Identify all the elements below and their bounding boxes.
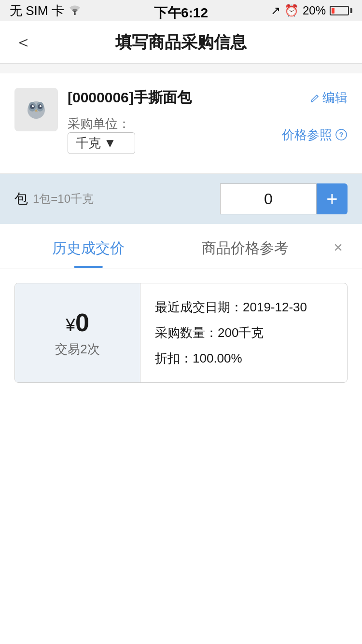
product-header: [0000006]手撕面包 编辑 采购单位： 千克 ▼ (14, 88, 348, 154)
dropdown-arrow: ▼ (104, 136, 116, 151)
tab-history-label: 历史成交价 (52, 240, 125, 256)
edit-button[interactable]: 编辑 (310, 89, 348, 106)
back-button[interactable]: ＜ (14, 30, 32, 54)
svg-point-6 (32, 105, 34, 107)
main-content: [0000006]手撕面包 编辑 采购单位： 千克 ▼ (0, 73, 362, 644)
edit-label: 编辑 (322, 89, 348, 106)
unit-row: 采购单位： 千克 ▼ 价格参照 ? (68, 115, 348, 154)
location-icon: ↗ (271, 4, 280, 17)
tab-reference[interactable]: 商品价格参考 (167, 227, 324, 268)
discount-row: 折扣：100.00% (155, 349, 333, 368)
alarm-icon: ⏰ (284, 4, 299, 17)
page-title: 填写商品采购信息 (115, 31, 247, 54)
svg-text:?: ? (339, 131, 344, 139)
tab-active-indicator (74, 266, 103, 268)
status-bar: 无 SIM 卡 下午6:12 ↗ ⏰ 20% (0, 0, 362, 21)
quantity-unit-label: 包 (14, 190, 28, 208)
tab-reference-label: 商品价格参考 (202, 240, 289, 256)
discount-value: 100.00% (193, 351, 242, 365)
nav-bar: ＜ 填写商品采购信息 (0, 21, 362, 64)
battery-icon (330, 6, 352, 15)
quantity-section: 包 1包=10千克 0 + (0, 173, 362, 224)
product-section: [0000006]手撕面包 编辑 采购单位： 千克 ▼ (0, 73, 362, 173)
product-info: [0000006]手撕面包 编辑 采购单位： 千克 ▼ (68, 88, 348, 154)
quantity-value: 0 (264, 190, 273, 208)
status-time: 下午6:12 (154, 4, 208, 22)
product-logo (14, 88, 58, 131)
unit-label-group: 采购单位： 千克 ▼ (68, 115, 135, 154)
recent-date-value: 2019-12-30 (243, 300, 307, 314)
discount-label: 折扣： (155, 351, 193, 365)
price-ref-label: 价格参照 (282, 126, 332, 143)
svg-point-0 (74, 13, 76, 15)
purchase-quantity-label: 采购数量： (155, 325, 218, 340)
trade-count: 交易2次 (55, 341, 99, 358)
unit-value: 千克 (76, 135, 101, 152)
price-card: ¥0 交易2次 最近成交日期：2019-12-30 采购数量：200千克 折扣：… (14, 283, 348, 383)
currency-symbol: ¥ (66, 315, 75, 335)
status-left: 无 SIM 卡 (10, 2, 82, 19)
price-right: 最近成交日期：2019-12-30 采购数量：200千克 折扣：100.00% (140, 283, 347, 382)
purchase-quantity-row: 采购数量：200千克 (155, 323, 333, 342)
quantity-controls: 0 + (220, 183, 348, 214)
unit-select[interactable]: 千克 ▼ (68, 132, 135, 154)
tab-close-button[interactable]: × (324, 238, 352, 256)
product-name-row: [0000006]手撕面包 编辑 (68, 88, 348, 108)
purchase-quantity-value: 200千克 (218, 325, 264, 340)
recent-date-label: 最近成交日期： (155, 300, 243, 314)
quantity-conversion: 1包=10千克 (33, 191, 94, 207)
unit-label: 采购单位： (68, 116, 130, 131)
quantity-plus-button[interactable]: + (317, 183, 348, 214)
carrier-text: 无 SIM 卡 (10, 2, 64, 19)
tab-history[interactable]: 历史成交价 (10, 227, 167, 268)
quantity-input[interactable]: 0 (220, 183, 317, 214)
tab-section: 历史成交价 商品价格参考 × ¥0 交易2次 最近成交日期：2019-12-3 (0, 227, 362, 383)
product-name: [0000006]手撕面包 (68, 88, 192, 108)
recent-date-row: 最近成交日期：2019-12-30 (155, 298, 333, 317)
price-reference-button[interactable]: 价格参照 ? (282, 126, 348, 143)
price-amount: ¥0 (66, 308, 89, 337)
battery-percent: 20% (303, 4, 326, 17)
quantity-row: 包 1包=10千克 0 + (0, 174, 362, 224)
status-right: ↗ ⏰ 20% (271, 4, 352, 17)
brand-icon (22, 93, 51, 126)
tab-bar: 历史成交价 商品价格参考 × (0, 227, 362, 268)
wifi-icon (68, 3, 82, 18)
plus-icon: + (326, 188, 337, 210)
price-value: 0 (75, 308, 89, 336)
price-card-section: ¥0 交易2次 最近成交日期：2019-12-30 采购数量：200千克 折扣：… (0, 268, 362, 383)
price-left: ¥0 交易2次 (15, 283, 140, 382)
svg-point-7 (40, 105, 42, 107)
